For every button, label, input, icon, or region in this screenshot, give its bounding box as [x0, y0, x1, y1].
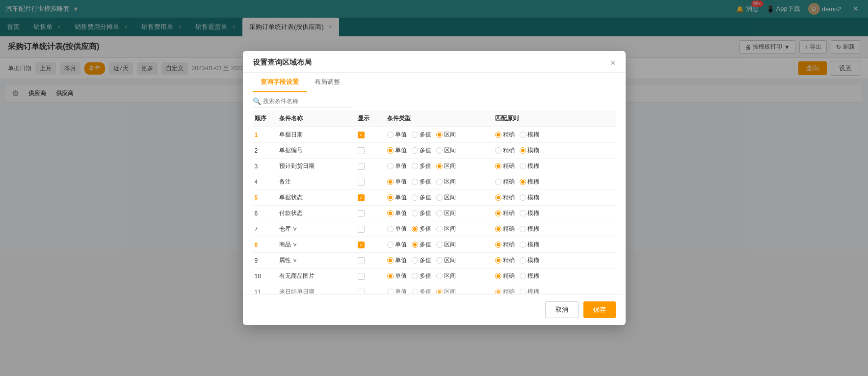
search-input[interactable]: [263, 98, 342, 105]
radio-single-7[interactable]: [387, 226, 394, 232]
type-multi-8[interactable]: 多值: [412, 241, 431, 249]
radio-single-3[interactable]: [387, 163, 394, 169]
type-multi-2[interactable]: 多值: [412, 146, 431, 155]
radio-multi-6[interactable]: [412, 210, 418, 216]
row-display-3[interactable]: [356, 163, 385, 170]
type-multi-3[interactable]: 多值: [412, 162, 431, 170]
match-fuzzy-3[interactable]: 模糊: [520, 162, 539, 170]
radio-single-1[interactable]: [387, 132, 394, 138]
type-single-1[interactable]: 单值: [387, 131, 407, 139]
type-multi-7[interactable]: 多值: [412, 225, 431, 233]
radio-fuzzy-6[interactable]: [520, 210, 526, 216]
radio-range-3[interactable]: [436, 163, 443, 169]
match-exact-4[interactable]: 精确: [495, 178, 515, 186]
type-multi-4[interactable]: 多值: [412, 178, 431, 186]
type-range-5[interactable]: 区间: [436, 193, 456, 202]
type-range-7[interactable]: 区间: [436, 225, 456, 233]
type-range-6[interactable]: 区间: [436, 209, 456, 217]
type-range-4[interactable]: 区间: [436, 178, 456, 186]
radio-range-2[interactable]: [436, 147, 443, 154]
type-single-4[interactable]: 单值: [387, 178, 407, 186]
type-range-8[interactable]: 区间: [436, 241, 456, 249]
match-exact-7[interactable]: 精确: [495, 225, 515, 233]
radio-multi-5[interactable]: [412, 194, 418, 201]
radio-fuzzy-1[interactable]: [520, 132, 526, 138]
radio-exact-8[interactable]: [495, 242, 501, 248]
radio-fuzzy-2[interactable]: [520, 147, 526, 154]
type-multi-6[interactable]: 多值: [412, 209, 431, 217]
radio-exact-6[interactable]: [495, 210, 501, 216]
type-multi-1[interactable]: 多值: [412, 131, 431, 139]
type-range-3[interactable]: 区间: [436, 162, 456, 170]
match-fuzzy-2[interactable]: 模糊: [520, 146, 539, 155]
radio-fuzzy-3[interactable]: [520, 163, 526, 169]
match-fuzzy-4[interactable]: 模糊: [520, 178, 539, 186]
tab-layout-adjust[interactable]: 布局调整: [307, 73, 348, 92]
match-exact-8[interactable]: 精确: [495, 241, 515, 249]
row-display-6[interactable]: [356, 210, 385, 217]
type-single-5[interactable]: 单值: [387, 193, 407, 202]
type-single-3[interactable]: 单值: [387, 162, 407, 170]
radio-exact-5[interactable]: [495, 194, 501, 201]
radio-range-6[interactable]: [436, 210, 443, 216]
type-single-8[interactable]: 单值: [387, 241, 407, 249]
match-fuzzy-1[interactable]: 模糊: [520, 131, 539, 139]
type-range-1[interactable]: 区间: [436, 131, 456, 139]
match-fuzzy-7[interactable]: 模糊: [520, 225, 539, 233]
match-fuzzy-6[interactable]: 模糊: [520, 209, 539, 217]
radio-fuzzy-4[interactable]: [520, 179, 526, 185]
checkbox-5[interactable]: [358, 194, 365, 201]
radio-single-5[interactable]: [387, 194, 394, 201]
radio-single-2[interactable]: [387, 147, 394, 154]
row-display-4[interactable]: [356, 179, 385, 186]
radio-single-6[interactable]: [387, 210, 394, 216]
type-single-2[interactable]: 单值: [387, 146, 407, 155]
radio-multi-3[interactable]: [412, 163, 418, 169]
radio-multi-2[interactable]: [412, 147, 418, 154]
radio-exact-2[interactable]: [495, 147, 501, 154]
radio-fuzzy-8[interactable]: [520, 242, 526, 248]
match-exact-3[interactable]: 精确: [495, 162, 515, 170]
checkbox-8[interactable]: [358, 242, 365, 248]
radio-multi-8[interactable]: [412, 242, 418, 248]
checkbox-6[interactable]: [358, 210, 365, 217]
row-display-2[interactable]: [356, 147, 385, 154]
checkbox-4[interactable]: [358, 179, 365, 186]
radio-fuzzy-5[interactable]: [520, 194, 526, 201]
checkbox-1[interactable]: [358, 132, 365, 138]
radio-exact-4[interactable]: [495, 179, 501, 185]
checkbox-2[interactable]: [358, 147, 365, 154]
radio-exact-7[interactable]: [495, 226, 501, 232]
radio-range-8[interactable]: [436, 242, 443, 248]
match-exact-5[interactable]: 精确: [495, 193, 515, 202]
radio-range-7[interactable]: [436, 226, 443, 232]
type-single-6[interactable]: 单值: [387, 209, 407, 217]
radio-single-8[interactable]: [387, 242, 394, 248]
row-display-1[interactable]: [356, 132, 385, 138]
dialog-close-button[interactable]: ×: [610, 58, 616, 67]
match-exact-6[interactable]: 精确: [495, 209, 515, 217]
radio-fuzzy-7[interactable]: [520, 226, 526, 232]
row-display-7[interactable]: [356, 226, 385, 233]
match-fuzzy-5[interactable]: 模糊: [520, 193, 539, 202]
type-multi-5[interactable]: 多值: [412, 193, 431, 202]
row-display-8[interactable]: [356, 242, 385, 248]
radio-single-4[interactable]: [387, 179, 394, 185]
tab-query-fields[interactable]: 查询字段设置: [253, 73, 307, 92]
radio-multi-7[interactable]: [412, 226, 418, 232]
radio-multi-4[interactable]: [412, 179, 418, 185]
radio-range-4[interactable]: [436, 179, 443, 185]
radio-range-5[interactable]: [436, 194, 443, 201]
match-exact-1[interactable]: 精确: [495, 131, 515, 139]
row-display-5[interactable]: [356, 194, 385, 201]
checkbox-7[interactable]: [358, 226, 365, 233]
type-range-2[interactable]: 区间: [436, 146, 456, 155]
match-exact-2[interactable]: 精确: [495, 146, 515, 155]
radio-multi-1[interactable]: [412, 132, 418, 138]
radio-exact-3[interactable]: [495, 163, 501, 169]
radio-exact-1[interactable]: [495, 132, 501, 138]
match-fuzzy-8[interactable]: 模糊: [520, 241, 539, 249]
checkbox-3[interactable]: [358, 163, 365, 170]
type-single-7[interactable]: 单值: [387, 225, 407, 233]
radio-range-1[interactable]: [436, 132, 443, 138]
